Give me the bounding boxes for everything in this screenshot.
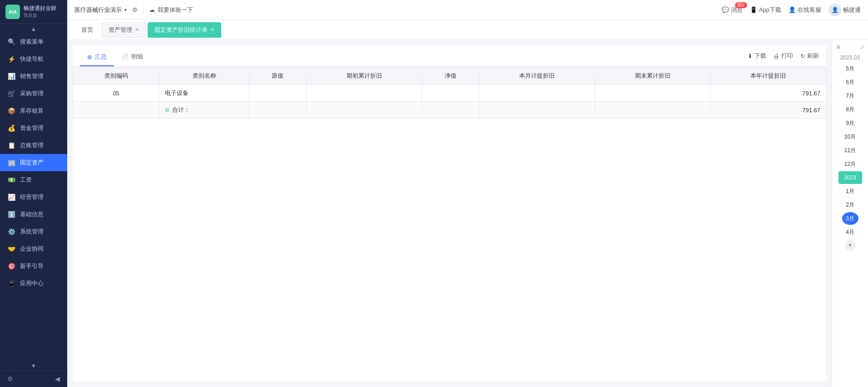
refresh-label: 刷新 [807, 52, 819, 60]
date-scroll-down-btn[interactable]: ▼ [845, 240, 856, 251]
app-version: 普及版 [24, 12, 56, 19]
total-month-depr [479, 102, 595, 119]
total-net [422, 102, 479, 119]
cloud-icon: ☁ [149, 6, 155, 13]
sub-tab-summary[interactable]: ⊕ 汇总 [80, 50, 114, 66]
sidebar-item-finance[interactable]: 💰 资金管理 [0, 119, 67, 137]
sidebar-item-quick-nav[interactable]: ⚡ 快捷导航 [0, 50, 67, 68]
sidebar-item-sales[interactable]: 📊 销售管理 [0, 68, 67, 85]
sidebar-footer: ⚙ ◀ [0, 370, 67, 387]
tab-depreciation-report[interactable]: 固定资产折旧统计表 ✕ [148, 22, 221, 38]
total-begin-depr [306, 102, 422, 119]
tab-home[interactable]: 首页 [74, 22, 100, 38]
sidebar-scroll-up[interactable]: ▲ [0, 24, 67, 33]
collapse-sidebar-icon[interactable]: ◀ [55, 375, 60, 382]
total-original [249, 102, 306, 119]
company-selector[interactable]: 医疗器械行业演示 ▾ [74, 6, 127, 14]
month-item-12[interactable]: 12月 [838, 158, 862, 170]
content-area: ⊕ 汇总 📄 明细 ⬇ 下载 🖨 打印 [67, 40, 868, 387]
sub-tab-summary-label: 汇总 [95, 53, 107, 61]
sidebar-item-label: 采购管理 [20, 89, 44, 98]
sidebar-item-label: 新手引导 [20, 262, 44, 270]
purchase-icon: 🛒 [7, 89, 15, 98]
download-icon: ⬇ [748, 53, 753, 60]
sidebar-item-label: 基础信息 [20, 210, 44, 218]
summary-icon: ⊕ [87, 54, 92, 60]
tab-asset-mgmt-label: 资产管理 [109, 26, 132, 34]
topbar-divider [143, 5, 144, 15]
download-label: 下载 [754, 52, 766, 60]
year-2023-label: 2023 [838, 171, 862, 184]
sidebar-item-guide[interactable]: 🎯 新手引导 [0, 258, 67, 275]
date-panel-close-btn[interactable]: ✕ [836, 44, 841, 51]
settings-footer-icon[interactable]: ⚙ [7, 375, 13, 382]
tab-depreciation-close[interactable]: ✕ [210, 27, 214, 32]
month-item-6[interactable]: 6月 [838, 76, 862, 89]
app-center-icon: 📱 [7, 279, 15, 288]
depreciation-table: 类别编码 类别名称 原值 期初累计折旧 净值 本月计提折旧 期末累计折旧 本年计… [73, 67, 826, 119]
cell-code: 05 [73, 85, 159, 102]
sidebar-item-fixed-assets[interactable]: 🏢 固定资产 [0, 154, 67, 171]
sidebar-item-basic-info[interactable]: ℹ️ 基础信息 [0, 206, 67, 223]
month-item-1[interactable]: 1月 [838, 185, 862, 198]
month-item-7[interactable]: 7月 [838, 89, 862, 102]
ledger-icon: 📋 [7, 141, 15, 149]
sidebar: AtA 畅捷通好业财 普及版 ▲ 🔍 搜索菜单 ⚡ 快捷导航 📊 销售管理 🛒 … [0, 0, 67, 387]
col-header-end-depr: 期末累计折旧 [595, 67, 710, 85]
print-btn[interactable]: 🖨 打印 [774, 52, 793, 60]
sidebar-item-enterprise[interactable]: 🤝 企业协同 [0, 240, 67, 258]
month-item-9[interactable]: 9月 [838, 117, 862, 129]
month-item-3-selected[interactable]: 3月 [842, 212, 858, 225]
avatar-icon: 👤 [832, 7, 838, 13]
month-item-8[interactable]: 8月 [838, 103, 862, 116]
month-item-2[interactable]: 2月 [838, 198, 862, 211]
table-total-row: ⊞ 合计： 791.67 [73, 102, 826, 119]
tab-asset-mgmt[interactable]: 资产管理 ✕ [102, 22, 146, 38]
print-label: 打印 [781, 52, 793, 60]
main-area: 医疗器械行业演示 ▾ ⚙ ☁ 我要体验一下 💬 消息 99+ 📱 App下载 👤… [67, 0, 868, 387]
customer-service-btn[interactable]: 👤 在线客服 [789, 6, 821, 14]
col-header-original: 原值 [249, 67, 306, 85]
app-download-btn[interactable]: 📱 App下载 [750, 6, 781, 14]
app-logo: AtA [5, 5, 20, 19]
tab-asset-mgmt-close[interactable]: ✕ [135, 27, 139, 32]
sidebar-item-system[interactable]: ⚙️ 系统管理 [0, 223, 67, 240]
print-icon: 🖨 [774, 53, 779, 60]
notification-btn[interactable]: 💬 消息 99+ [722, 6, 743, 14]
sidebar-nav: 🔍 搜索菜单 ⚡ 快捷导航 📊 销售管理 🛒 采购管理 📦 库存核算 💰 资金管… [0, 33, 67, 361]
sidebar-item-purchase[interactable]: 🛒 采购管理 [0, 85, 67, 102]
cell-net [422, 85, 479, 102]
refresh-btn[interactable]: ↻ 刷新 [800, 52, 819, 60]
app-download-label: App下载 [759, 6, 781, 14]
finance-icon: 💰 [7, 124, 15, 132]
sidebar-item-operations[interactable]: 📈 经营管理 [0, 189, 67, 206]
sub-tabs: ⊕ 汇总 📄 明细 ⬇ 下载 🖨 打印 [73, 45, 826, 67]
month-item-4[interactable]: 4月 [838, 226, 862, 238]
experience-btn[interactable]: ☁ 我要体验一下 [149, 6, 193, 14]
col-header-code: 类别编码 [73, 67, 159, 85]
cell-name: 电子设备 [159, 85, 249, 102]
user-avatar-btn[interactable]: 👤 畅捷通 [828, 4, 861, 16]
sub-tab-detail[interactable]: 📄 明细 [114, 50, 150, 66]
sidebar-item-ledger[interactable]: 📋 总账管理 [0, 137, 67, 154]
message-icon: 💬 [722, 6, 729, 13]
sidebar-item-search[interactable]: 🔍 搜索菜单 [0, 33, 67, 50]
date-panel-expand-btn[interactable]: ⤢ [860, 44, 864, 50]
sidebar-item-label: 资金管理 [20, 124, 44, 132]
sidebar-item-salary[interactable]: 💵 工资 [0, 171, 67, 189]
sidebar-item-inventory[interactable]: 📦 库存核算 [0, 102, 67, 119]
month-item-5[interactable]: 5月 [838, 62, 862, 75]
month-item-11[interactable]: 11月 [838, 144, 862, 157]
col-header-name: 类别名称 [159, 67, 249, 85]
cell-year-depr: 791.67 [710, 85, 826, 102]
download-btn[interactable]: ⬇ 下载 [748, 52, 766, 60]
table-row: 05 电子设备 791.67 [73, 85, 826, 102]
sidebar-item-label: 应用中心 [20, 279, 44, 288]
experience-label: 我要体验一下 [158, 6, 193, 14]
sidebar-scroll-down[interactable]: ▼ [0, 361, 67, 370]
col-header-month-depr: 本月计提折旧 [479, 67, 595, 85]
sidebar-item-app-center[interactable]: 📱 应用中心 [0, 275, 67, 292]
total-expand-icon: ⊞ [165, 107, 169, 113]
month-item-10[interactable]: 10月 [838, 130, 862, 143]
settings-icon[interactable]: ⚙ [132, 6, 138, 13]
